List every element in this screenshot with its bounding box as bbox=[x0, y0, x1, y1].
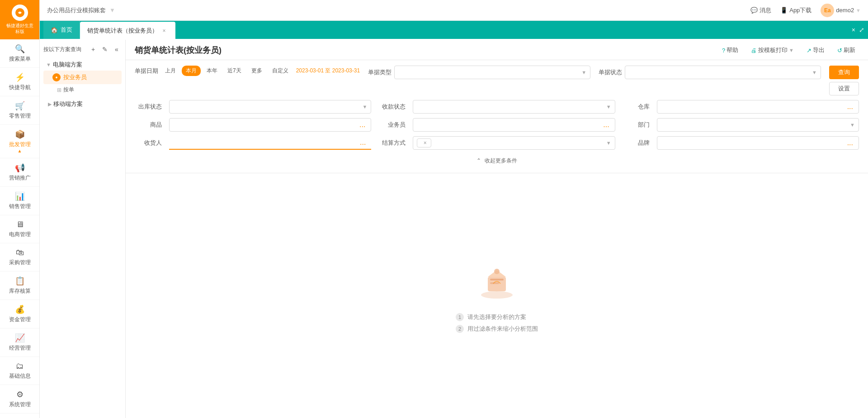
add-scheme-button[interactable]: + bbox=[88, 44, 98, 54]
date-more-btn[interactable]: 更多 bbox=[247, 66, 266, 76]
export-button[interactable]: ↗ 导出 bbox=[803, 44, 828, 56]
collapse-icon: ⌃ bbox=[476, 157, 481, 164]
ecommerce-icon: 🖥 bbox=[16, 220, 24, 229]
tab-close-button[interactable]: × bbox=[160, 27, 168, 34]
warehouse-dots[interactable]: ... bbox=[845, 103, 855, 111]
template-print-button[interactable]: 🖨 按模板打印 ▼ bbox=[747, 44, 797, 56]
salesperson-dots[interactable]: ... bbox=[601, 121, 611, 129]
query-button[interactable]: 查询 bbox=[829, 66, 859, 79]
operations-icon: 📈 bbox=[15, 333, 25, 343]
payment-method-select[interactable]: × ▼ bbox=[413, 136, 615, 150]
sidebar-item-finance[interactable]: 💰 资金管理 bbox=[0, 300, 39, 328]
salesperson-control: ... bbox=[413, 118, 615, 132]
query-buttons: 查询 设置 bbox=[829, 66, 859, 95]
mobile-group-header[interactable]: ▶ 移动端方案 bbox=[43, 98, 122, 110]
topbar: 办公用品行业模拟账套 ▼ 💬 消息 📱 App下载 Ea demo2 ▼ bbox=[40, 0, 868, 21]
app-logo[interactable]: 畅捷通好生意 标版 bbox=[0, 0, 40, 39]
collapse-more-button[interactable]: ⌃ 收起更多条件 bbox=[135, 154, 859, 167]
app-download-button[interactable]: 📱 App下载 bbox=[780, 6, 811, 14]
sidebar-item-operations[interactable]: 📈 经营管理 bbox=[0, 328, 39, 357]
sidebar-item-purchase[interactable]: 🛍 采购管理 bbox=[0, 243, 39, 271]
basic-icon: 🗂 bbox=[16, 361, 24, 371]
date-custom-btn[interactable]: 自定义 bbox=[268, 66, 292, 76]
receiver-dots[interactable]: ... bbox=[358, 138, 368, 147]
doc-status-select[interactable]: ▼ bbox=[625, 66, 821, 79]
help-icon: ? bbox=[722, 47, 725, 54]
payment-method-tag-close[interactable]: × bbox=[422, 140, 428, 146]
goods-input[interactable]: ... bbox=[169, 118, 371, 132]
topbar-right: 💬 消息 📱 App下载 Ea demo2 ▼ bbox=[750, 4, 861, 17]
app-download-icon: 📱 bbox=[780, 7, 788, 14]
message-button[interactable]: 💬 消息 bbox=[750, 6, 771, 14]
sidebar-item-inventory[interactable]: 📋 库存核算 bbox=[0, 271, 39, 300]
user-profile[interactable]: Ea demo2 ▼ bbox=[821, 4, 861, 17]
window-close-icon[interactable]: × bbox=[852, 26, 855, 33]
filter-row-2: 出库状态 ▼ 收款状态 ▼ 仓库 bbox=[135, 100, 859, 114]
payment-method-control: × ▼ bbox=[413, 136, 615, 150]
date-this-year-btn[interactable]: 本年 bbox=[203, 66, 222, 76]
brand-label: 品牌 bbox=[623, 139, 650, 147]
edit-scheme-button[interactable]: ✎ bbox=[100, 44, 110, 54]
sidebar-item-label: 系统管理 bbox=[9, 401, 31, 408]
tab-active-label: 销货单统计表（按业务员） bbox=[87, 27, 158, 35]
dept-select[interactable]: ▼ bbox=[657, 118, 859, 132]
empty-state: 1 请先选择要分析的方案 2 用过滤条件来缩小分析范围 bbox=[126, 173, 868, 418]
dept-label: 部门 bbox=[623, 121, 650, 129]
salesperson-label: 业务员 bbox=[378, 121, 406, 129]
marketing-icon: 📢 bbox=[15, 163, 25, 173]
date-strip: 上月 本月 本年 近7天 更多 自定义 2023-03-01 至 2023-03… bbox=[161, 66, 360, 76]
payment-select[interactable]: ▼ bbox=[413, 100, 615, 114]
tab-home-label: 首页 bbox=[61, 26, 72, 34]
stock-out-select[interactable]: ▼ bbox=[169, 100, 371, 114]
warehouse-control: ... bbox=[657, 100, 859, 114]
sidebar-item-enterprise[interactable]: 👥 企业协同 bbox=[0, 413, 39, 418]
dept-arrow: ▼ bbox=[850, 122, 855, 128]
date-last-month-btn[interactable]: 上月 bbox=[161, 66, 180, 76]
sidebar-item-label: 电商管理 bbox=[9, 231, 31, 238]
sidebar-item-basic[interactable]: 🗂 基础信息 bbox=[0, 357, 39, 385]
hint-num-2: 2 bbox=[456, 325, 464, 333]
filter-area: 单据日期 上月 本月 本年 近7天 更多 自定义 2023-03-01 至 20… bbox=[126, 60, 868, 173]
sidebar-item-system[interactable]: ⚙ 系统管理 bbox=[0, 385, 39, 413]
help-button[interactable]: ? 帮助 bbox=[718, 44, 742, 56]
sidebar-item-label: 批发管理 bbox=[9, 141, 31, 148]
tree-sub-item-order[interactable]: ⊞ 按单 bbox=[43, 84, 122, 95]
sidebar-item-search-menu[interactable]: 🔍 搜索菜单 bbox=[0, 39, 39, 68]
breadcrumb: 办公用品行业模拟账套 bbox=[47, 6, 106, 14]
receiver-label: 收货人 bbox=[135, 139, 162, 147]
brand-input[interactable]: ... bbox=[657, 136, 859, 150]
goods-control: ... bbox=[169, 118, 371, 132]
doc-type-select[interactable]: ▼ bbox=[394, 66, 590, 79]
sidebar-item-sales[interactable]: 📊 销售管理 bbox=[0, 187, 39, 215]
tab-home[interactable]: 🏠 首页 bbox=[43, 21, 80, 39]
sidebar-item-label: 搜索菜单 bbox=[9, 55, 31, 63]
left-panel-header: 按以下方案查询 + ✎ « bbox=[43, 44, 122, 54]
empty-hint-2: 2 用过滤条件来缩小分析范围 bbox=[456, 325, 538, 333]
refresh-label: 刷新 bbox=[844, 46, 855, 54]
sidebar-item-wholesale[interactable]: 📦 批发管理 ▲ bbox=[0, 125, 39, 158]
sidebar-item-quick-nav[interactable]: ⚡ 快捷导航 bbox=[0, 68, 39, 96]
collapse-panel-button[interactable]: « bbox=[112, 44, 122, 54]
finance-icon: 💰 bbox=[15, 304, 25, 314]
receiver-input[interactable]: ... bbox=[169, 136, 371, 150]
settings-button[interactable]: 设置 bbox=[829, 82, 859, 95]
goods-dots[interactable]: ... bbox=[358, 121, 367, 129]
stock-out-arrow: ▼ bbox=[362, 104, 367, 109]
sidebar-item-retail[interactable]: 🛒 零售管理 bbox=[0, 96, 39, 125]
warehouse-input[interactable]: ... bbox=[657, 100, 859, 114]
desktop-group: ▼ 电脑端方案 ● 按业务员 ⊞ 按单 bbox=[43, 59, 122, 95]
date-this-month-btn[interactable]: 本月 bbox=[182, 66, 201, 76]
brand-dots[interactable]: ... bbox=[845, 139, 855, 147]
sidebar-item-label: 采购管理 bbox=[9, 259, 31, 266]
sidebar-item-ecommerce[interactable]: 🖥 电商管理 bbox=[0, 215, 39, 243]
tree-item-salesperson[interactable]: ● 按业务员 bbox=[43, 71, 122, 84]
refresh-button[interactable]: ↺ 刷新 bbox=[834, 44, 859, 56]
tab-active[interactable]: 销货单统计表（按业务员） × bbox=[80, 22, 175, 40]
sidebar-item-marketing[interactable]: 📢 营销推广 bbox=[0, 158, 39, 187]
empty-hint-1: 1 请先选择要分析的方案 bbox=[456, 313, 538, 321]
salesperson-input[interactable]: ... bbox=[413, 118, 615, 132]
quick-nav-icon: ⚡ bbox=[15, 72, 25, 82]
date-last7-btn[interactable]: 近7天 bbox=[223, 66, 245, 76]
window-expand-icon[interactable]: ⤢ bbox=[859, 26, 864, 33]
desktop-group-header[interactable]: ▼ 电脑端方案 bbox=[43, 59, 122, 71]
